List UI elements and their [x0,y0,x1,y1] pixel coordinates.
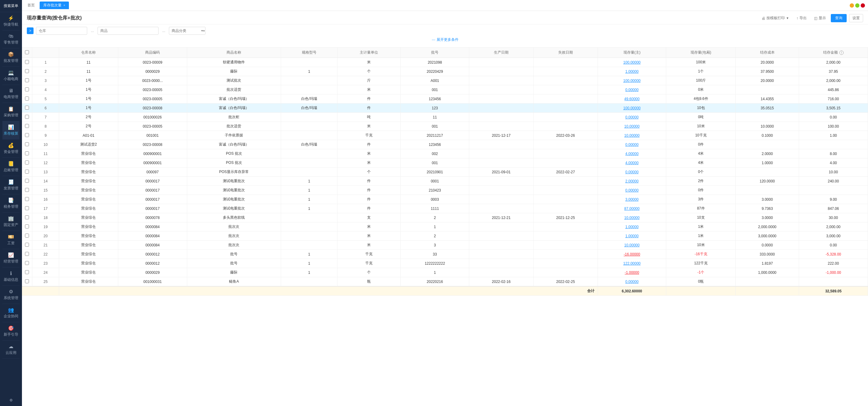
row-checkbox-19[interactable] [22,232,32,241]
sidebar-item-1[interactable]: 🛍零售管理 [2,30,20,48]
display-btn[interactable]: ◫ 显示 [812,14,828,22]
row-qty-main-2[interactable]: 100.00000 [597,76,666,85]
table-row[interactable]: 23 营业综仓 0000012 批号 1 千克 1222222222 122.0… [22,259,868,268]
row-checkbox-15[interactable] [22,195,32,204]
row-qty-main-15[interactable]: 3.00000 [597,195,666,204]
row-checkbox-input-17[interactable] [25,215,29,219]
table-row[interactable]: 22 营业综仓 0000012 批号 1 千克 33 -16.00000 -16… [22,250,868,259]
table-row[interactable]: 18 营业综仓 0000078 多头黑色软线 支 2 2021-12-21 20… [22,213,868,222]
table-row[interactable]: 10 测试适货2 0023-00008 富诚（白色/玛瑙） 白色/玛瑙 件 12… [22,140,868,149]
table-row[interactable]: 9 A01-01 001001 子件依票据 千克 20211217 2021-1… [22,131,868,140]
row-checkbox-13[interactable] [22,177,32,186]
sidebar-item-8[interactable]: 📒总账管理 [2,158,20,176]
table-row[interactable]: 21 营业综仓 0000084 批次次 米 3 10.00000 10米 0.0… [22,241,868,250]
row-checkbox-1[interactable] [22,67,32,76]
table-row[interactable]: 20 营业综仓 0000084 批次次 米 2 1.00000 1米 3,000… [22,232,868,241]
row-checkbox-input-20[interactable] [25,243,29,247]
row-checkbox-input-8[interactable] [25,133,29,137]
row-qty-main-6[interactable]: 0.00000 [597,113,666,122]
row-checkbox-input-19[interactable] [25,234,29,238]
row-qty-main-22[interactable]: 122.00000 [597,259,666,268]
row-checkbox-input-18[interactable] [25,225,29,229]
row-checkbox-21[interactable] [22,250,32,259]
row-checkbox-input-16[interactable] [25,206,29,210]
row-checkbox-23[interactable] [22,268,32,277]
row-qty-main-12[interactable]: 0.00000 [597,168,666,177]
row-qty-main-20[interactable]: 10.00000 [597,241,666,250]
row-checkbox-8[interactable] [22,131,32,140]
sidebar-settings-btn[interactable]: ⚙ [0,395,22,406]
row-checkbox-9[interactable] [22,140,32,149]
active-tab[interactable]: 库存批次量 × [40,2,69,9]
row-qty-main-8[interactable]: 10.00000 [597,131,666,140]
sidebar-item-15[interactable]: ⚙系统管理 [2,286,20,304]
sidebar-logo[interactable]: 搜索菜单 [0,0,22,12]
close-btn[interactable] [861,3,865,8]
table-row[interactable]: 24 营业综仓 0000029 藤际 1 个 1 -1.00000 -1个 1,… [22,268,868,277]
table-row[interactable]: 11 营业综仓 000900001 POS 批次 米 002 4.00000 4… [22,149,868,158]
sidebar-item-9[interactable]: 🧾发票管理 [2,176,20,194]
select-all-checkbox[interactable] [25,50,29,54]
row-qty-main-9[interactable]: 0.00000 [597,140,666,149]
row-checkbox-5[interactable] [22,104,32,113]
row-qty-main-19[interactable]: 1.00000 [597,232,666,241]
sidebar-item-4[interactable]: 🖥电商管理 [2,85,20,103]
row-qty-main-23[interactable]: -1.00000 [597,268,666,277]
row-checkbox-input-0[interactable] [25,60,29,64]
row-qty-main-11[interactable]: 4.00000 [597,158,666,168]
table-row[interactable]: 14 营业综仓 0000017 测试电重批次 1 件 0001 2.00000 … [22,177,868,186]
table-row[interactable]: 17 营业综仓 0000017 测试电重批次 1 件 1111 87.00000… [22,204,868,213]
row-checkbox-input-10[interactable] [25,151,29,155]
row-checkbox-input-13[interactable] [25,179,29,183]
row-checkbox-12[interactable] [22,168,32,177]
row-qty-main-18[interactable]: 1.00000 [597,222,666,232]
table-row[interactable]: 19 营业综仓 0000084 批次次 米 1 1.00000 1米 2,000… [22,222,868,232]
filter-expand-btn[interactable]: > [27,27,34,34]
row-qty-main-5[interactable]: 100.00000 [597,104,666,113]
sidebar-item-2[interactable]: 📦批发管理 [2,48,20,67]
sidebar-item-13[interactable]: 📈经营管理 [2,249,20,267]
row-qty-main-0[interactable]: 100.00000 [597,58,666,67]
tab-close-btn[interactable]: × [63,4,65,7]
row-checkbox-input-6[interactable] [25,115,29,119]
sidebar-item-18[interactable]: ☁云应用 [2,340,20,359]
row-checkbox-11[interactable] [22,158,32,168]
table-row[interactable]: 12 营业综仓 000900001 POS 批次 米 001 4.00000 4… [22,158,868,168]
row-checkbox-18[interactable] [22,222,32,232]
table-row[interactable]: 16 营业综仓 0000017 测试电重批次 1 件 0003 3.00000 … [22,195,868,204]
query-btn[interactable]: 查询 [831,14,847,22]
row-checkbox-input-15[interactable] [25,197,29,201]
sidebar-item-14[interactable]: ℹ基础信息 [2,267,20,286]
table-row[interactable]: 13 营业综仓 000097 POS显示库存异常 个 20210901 2021… [22,168,868,177]
table-row[interactable]: 4 1号 0023-00005 批次适货 米 001 0.00000 0米 44… [22,85,868,94]
row-qty-main-3[interactable]: 0.00000 [597,85,666,94]
row-qty-main-16[interactable]: 87.00000 [597,204,666,213]
row-qty-main-7[interactable]: 10.00000 [597,122,666,131]
row-checkbox-20[interactable] [22,241,32,250]
table-row[interactable]: 6 1号 0023-00008 富诚（白色/玛瑙） 白色/玛瑙 件 123 10… [22,104,868,113]
table-row[interactable]: 8 2号 0023-00005 批次适货 米 001 10.00000 10米 … [22,122,868,131]
row-checkbox-input-2[interactable] [25,78,29,82]
sidebar-item-6[interactable]: 📊库存核算 [2,121,20,139]
sidebar-item-11[interactable]: 🏢固定资产 [2,212,20,231]
row-qty-main-10[interactable]: 4.00000 [597,149,666,158]
table-row[interactable]: 2 11 0000029 藤际 1 个 20220429 1.00000 1个 … [22,67,868,76]
maximize-btn[interactable] [855,3,860,8]
row-qty-main-13[interactable]: 2.00000 [597,177,666,186]
row-checkbox-input-3[interactable] [25,88,29,91]
row-checkbox-input-5[interactable] [25,106,29,110]
row-checkbox-17[interactable] [22,213,32,222]
row-checkbox-10[interactable] [22,149,32,158]
goods-filter[interactable] [98,27,159,35]
sidebar-item-10[interactable]: 📑税务管理 [2,194,20,212]
table-row[interactable]: 25 营业综仓 001000031 鲢鱼A 瓶 20220216 2022-02… [22,277,868,286]
print-btn[interactable]: 🖨 按模板打印 ▼ [759,14,792,22]
row-checkbox-0[interactable] [22,58,32,67]
row-qty-main-4[interactable]: 49.60000 [597,94,666,104]
row-checkbox-3[interactable] [22,85,32,94]
row-qty-main-14[interactable]: 0.00000 [597,186,666,195]
row-checkbox-7[interactable] [22,122,32,131]
home-tab[interactable]: 首页 [25,2,37,9]
amount-info-icon[interactable]: i [839,50,844,55]
row-checkbox-input-21[interactable] [25,252,29,256]
